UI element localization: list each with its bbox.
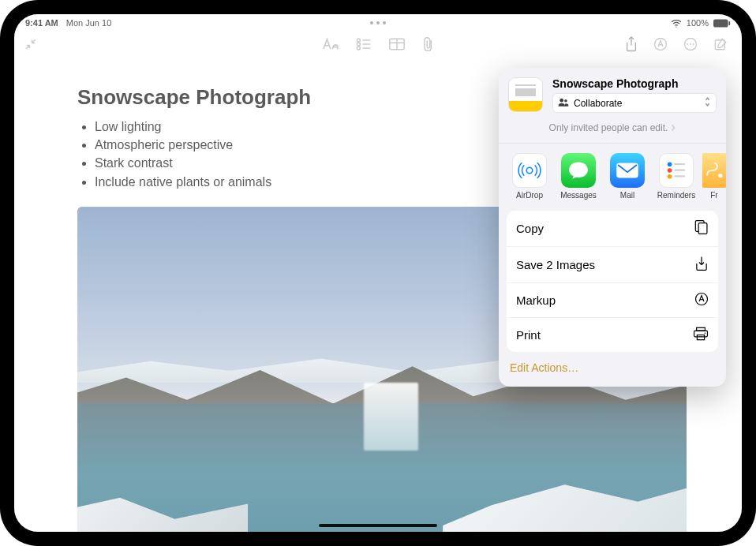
svg-point-24 xyxy=(718,174,722,178)
status-date: Mon Jun 10 xyxy=(66,18,111,28)
svg-point-13 xyxy=(560,98,563,102)
share-icon[interactable] xyxy=(625,36,638,55)
freeform-button[interactable]: Fr xyxy=(702,153,726,200)
svg-point-11 xyxy=(693,43,694,45)
freeform-icon xyxy=(702,153,726,188)
svg-point-4 xyxy=(357,43,360,46)
svg-rect-25 xyxy=(698,223,707,234)
svg-point-9 xyxy=(687,43,688,45)
share-actions-list: Copy Save 2 Images xyxy=(507,211,718,352)
svg-point-18 xyxy=(668,163,672,167)
svg-rect-28 xyxy=(694,331,708,337)
svg-rect-21 xyxy=(674,170,685,171)
svg-point-14 xyxy=(564,99,567,103)
print-button[interactable]: Print xyxy=(507,318,718,352)
airdrop-button[interactable]: AirDrop xyxy=(507,153,552,200)
markup-toolbar-icon[interactable] xyxy=(653,37,668,54)
wifi-icon xyxy=(671,19,682,28)
permission-button[interactable]: Only invited people can edit. xyxy=(499,119,726,144)
messages-icon xyxy=(561,153,596,188)
svg-rect-23 xyxy=(674,175,685,177)
share-apps-row[interactable]: AirDrop Messages xyxy=(499,144,726,206)
airdrop-icon xyxy=(512,153,547,188)
svg-rect-2 xyxy=(728,21,730,24)
attachment-icon[interactable] xyxy=(422,36,435,55)
exit-fullscreen-icon[interactable] xyxy=(24,37,38,54)
svg-point-22 xyxy=(668,174,672,179)
checklist-icon[interactable] xyxy=(356,37,372,54)
svg-rect-17 xyxy=(617,164,637,178)
svg-point-0 xyxy=(676,26,676,27)
share-title: Snowscape Photograph xyxy=(552,77,717,90)
collaboration-mode-button[interactable]: Collaborate xyxy=(552,93,717,113)
collab-label: Collaborate xyxy=(574,98,622,109)
svg-rect-19 xyxy=(674,163,685,165)
svg-point-20 xyxy=(668,168,672,173)
save-images-button[interactable]: Save 2 Images xyxy=(507,247,718,283)
text-format-icon[interactable] xyxy=(321,37,339,54)
note-toolbar xyxy=(14,30,742,62)
people-icon xyxy=(558,98,569,109)
reminders-button[interactable]: Reminders xyxy=(653,153,699,200)
share-sheet: Snowscape Photograph Collaborate xyxy=(499,68,726,387)
svg-point-3 xyxy=(357,39,360,42)
chevron-up-down-icon xyxy=(704,96,711,110)
svg-point-10 xyxy=(690,43,691,45)
svg-point-30 xyxy=(705,332,706,334)
svg-point-15 xyxy=(526,167,533,174)
compose-icon[interactable] xyxy=(713,37,728,54)
save-icon xyxy=(694,256,709,274)
svg-rect-1 xyxy=(713,19,728,27)
messages-button[interactable]: Messages xyxy=(556,153,601,200)
battery-percent: 100% xyxy=(687,18,709,28)
svg-point-5 xyxy=(357,47,360,50)
more-icon[interactable] xyxy=(683,37,698,54)
home-indicator[interactable] xyxy=(319,524,437,527)
status-bar: 9:41 AM Mon Jun 10 100% xyxy=(14,14,742,30)
screen: 9:41 AM Mon Jun 10 100% xyxy=(14,14,742,532)
markup-icon xyxy=(694,292,709,309)
svg-rect-29 xyxy=(697,335,704,340)
battery-icon xyxy=(713,19,731,28)
edit-actions-button[interactable]: Edit Actions… xyxy=(499,352,726,387)
print-icon xyxy=(693,327,709,343)
status-time: 9:41 AM xyxy=(25,18,58,28)
copy-button[interactable]: Copy xyxy=(507,211,718,247)
mail-icon xyxy=(610,153,645,188)
reminders-icon xyxy=(659,153,694,188)
note-thumbnail-icon xyxy=(508,77,543,112)
copy-icon xyxy=(694,219,709,237)
markup-button[interactable]: Markup xyxy=(507,283,718,318)
table-icon[interactable] xyxy=(389,38,405,54)
ipad-frame: 9:41 AM Mon Jun 10 100% xyxy=(0,0,756,546)
multitask-dots[interactable] xyxy=(370,21,386,24)
mail-button[interactable]: Mail xyxy=(604,153,650,200)
